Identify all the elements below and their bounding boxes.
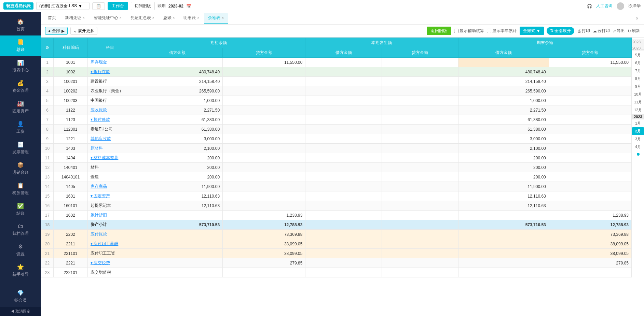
account-name[interactable]: 累计折旧: [88, 211, 132, 220]
account-name[interactable]: 原材料: [88, 144, 132, 153]
row-number: 19: [41, 230, 54, 239]
chk-ytd-input[interactable]: [487, 29, 491, 33]
end-debit: 200.00: [458, 153, 549, 163]
account-name[interactable]: ▾ 银行存款: [88, 67, 132, 77]
sidebar-item-ledger[interactable]: 📒 总账: [0, 35, 41, 56]
sidebar-item-salary[interactable]: 👤 工资: [0, 117, 41, 138]
account-name[interactable]: ▾ 固定资产: [88, 191, 132, 201]
refresh-btn[interactable]: ↻ 刷新: [628, 28, 640, 34]
export-btn[interactable]: ↗ 导出: [613, 28, 625, 34]
tab-close-all[interactable]: ×: [633, 16, 641, 21]
account-name[interactable]: 库存商品: [88, 182, 132, 191]
unpin-btn[interactable]: ◀ 取消固定: [0, 307, 41, 316]
account-name[interactable]: 其他应收款: [88, 134, 132, 144]
account-code: 1602: [54, 211, 88, 220]
tab-home[interactable]: 首页: [44, 13, 60, 24]
account-name: 起提累记本: [88, 201, 132, 211]
row-number: 16: [41, 201, 54, 211]
account-name[interactable]: ▾ 材料成本差异: [88, 153, 132, 163]
open-credit: [223, 201, 305, 211]
table-row: 17 1602 累计折旧 1,238.93 1,238.93: [41, 211, 632, 220]
sidebar-item-report[interactable]: 📊 报表中心: [0, 56, 41, 76]
tab-new-voucher[interactable]: 新增凭证 ×: [61, 13, 89, 24]
chk-aux-input[interactable]: [454, 29, 458, 33]
filter-all-tag[interactable]: ● 全部 ▶: [45, 27, 68, 35]
open-credit: 11,550.00: [223, 58, 305, 67]
sidebar-item-invoice[interactable]: 🧾 发票管理: [0, 138, 41, 158]
right-panel-month-12[interactable]: 12月: [632, 106, 644, 114]
right-panel-month-8[interactable]: 8月: [632, 75, 644, 83]
sidebar-item-purchase[interactable]: 📦 进销台账: [0, 158, 41, 179]
col-current-header: 本期发生额: [305, 38, 458, 48]
right-panel-month-6[interactable]: 6月: [632, 59, 644, 67]
right-panel-month-3[interactable]: 3月: [632, 135, 644, 143]
expand-btn[interactable]: ⌄ 展开更多: [70, 27, 97, 35]
cloud-print-label: 云打印: [598, 28, 610, 34]
tab-voucher-summary[interactable]: 凭证汇总表 ×: [126, 13, 159, 24]
sidebar-item-settle[interactable]: ✅ 结账: [0, 199, 41, 220]
open-credit: [223, 67, 305, 77]
account-name[interactable]: ▾ 预付账款: [88, 115, 132, 125]
open-credit: 1,238.93: [223, 211, 305, 220]
account-name[interactable]: ▾ 应付职工薪酬: [88, 239, 132, 249]
chk-ytd-label[interactable]: 显示本年累计: [487, 28, 517, 34]
tab-ledger-close[interactable]: ×: [173, 16, 175, 20]
tab-detail[interactable]: 明细账 ×: [179, 13, 203, 24]
sidebar-item-fixed[interactable]: 🏭 固定资产: [0, 97, 41, 117]
right-panel-month-10[interactable]: 10月: [632, 90, 644, 98]
print-btn[interactable]: 🖨 打印: [577, 28, 590, 34]
right-panel-year-2023: 2023: [632, 114, 644, 119]
sidebar-label-salary: 工资: [16, 129, 25, 134]
tab-smart-center-close[interactable]: ×: [120, 16, 122, 20]
expand-all-btn[interactable]: ⇅ 全部展开: [547, 27, 574, 35]
right-panel-month-7[interactable]: 7月: [632, 67, 644, 75]
sidebar-item-archive[interactable]: 🗂 归档管理: [0, 220, 41, 240]
sidebar-item-home[interactable]: 🏠 首页: [0, 15, 41, 35]
right-panel-year-top: 2023...: [632, 39, 644, 45]
user-avatar: [617, 2, 624, 10]
tab-balance-label: 余额表: [208, 15, 220, 21]
tab-new-voucher-close[interactable]: ×: [83, 16, 85, 20]
switch-btn[interactable]: 切到旧版: [131, 2, 155, 10]
calendar-icon[interactable]: 📅: [186, 4, 191, 9]
right-panel-month-1[interactable]: 1月: [632, 119, 644, 127]
tab-smart-center[interactable]: 智能凭证中心 ×: [90, 13, 126, 24]
account-code: 112301: [54, 125, 88, 134]
sidebar-item-tax[interactable]: 📋 税务管理: [0, 179, 41, 199]
salary-icon: 👤: [17, 121, 24, 127]
cloud-print-btn[interactable]: ☁ 云打印: [593, 28, 610, 34]
right-panel-month-9[interactable]: 9月: [632, 83, 644, 90]
right-panel-month-5[interactable]: 5月: [632, 51, 644, 59]
sidebar-item-member[interactable]: 💎 畅会员: [0, 286, 41, 307]
tab-balance[interactable]: 余额表 ×: [204, 13, 228, 24]
chk-aux-label[interactable]: 显示辅助核算: [454, 28, 484, 34]
return-old-btn[interactable]: 返回旧版: [427, 27, 451, 35]
table-row: 3 100201 建设银行 214,158.40 214,158.40: [41, 77, 632, 86]
right-panel-month-11[interactable]: 11月: [632, 98, 644, 106]
account-name[interactable]: 库存现金: [88, 58, 132, 67]
tab-detail-close[interactable]: ×: [197, 16, 199, 20]
tab-balance-close[interactable]: ×: [222, 16, 224, 20]
table-right-wrapper: ⚙ 科目编码 科目 期初余额 本期发生额 期末余额 借方金额 贷方金额 借方金额…: [41, 38, 644, 316]
workbench-btn[interactable]: 工作台: [108, 2, 128, 10]
tab-voucher-summary-close[interactable]: ×: [152, 16, 154, 20]
right-panel-month-4[interactable]: 4月: [632, 143, 644, 151]
toolbar: ● 全部 ▶ ⌄ 展开更多 返回旧版 显示辅助核算 显示本年累计 全账: [41, 25, 644, 38]
style-btn[interactable]: 全账式 ▼: [520, 27, 544, 35]
consult-label[interactable]: 人工咨询: [596, 3, 613, 9]
sidebar-item-guide[interactable]: 🌟 新手引导: [0, 260, 41, 281]
cur-debit: [305, 211, 382, 220]
company-select[interactable]: (勿删) 江西股全-LSS ▼: [36, 2, 90, 10]
tab-ledger[interactable]: 总账 ×: [159, 13, 179, 24]
account-name[interactable]: 应收账款: [88, 105, 132, 115]
account-name[interactable]: 应付账款: [88, 230, 132, 239]
end-credit: 279.85: [549, 258, 631, 268]
sidebar-item-capital[interactable]: 💰 资金管理: [0, 76, 41, 97]
sidebar-item-settings[interactable]: ⚙ 设置: [0, 240, 41, 260]
copy-btn[interactable]: 📋: [92, 2, 105, 10]
account-name[interactable]: ▾ 应交税费: [88, 258, 132, 268]
col-settings-header[interactable]: ⚙: [41, 38, 54, 58]
sidebar-label-member: 畅会员: [14, 298, 27, 303]
sidebar-label-home: 首页: [16, 26, 25, 32]
right-panel-month-2[interactable]: 2月: [632, 127, 644, 135]
